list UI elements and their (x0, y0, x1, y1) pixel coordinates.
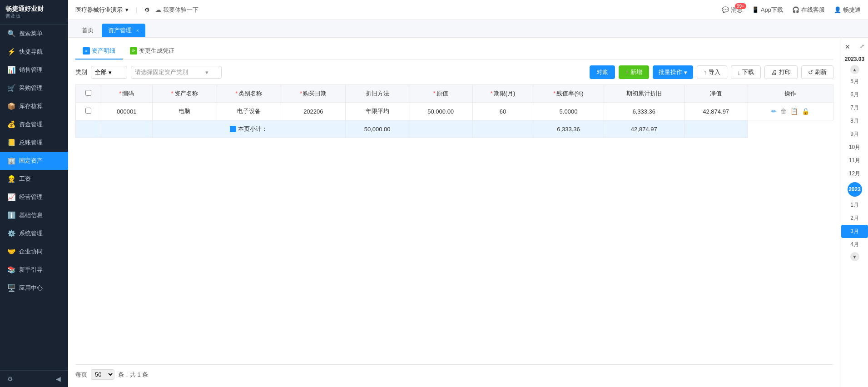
sub-tab-asset-detail[interactable]: ≡ 资产明细 (75, 43, 123, 60)
month-item-5[interactable]: 5月 (841, 75, 868, 88)
gear-settings-icon[interactable]: ⚙ (144, 6, 150, 13)
sidebar-item-search[interactable]: 🔍 搜索菜单 (0, 25, 68, 43)
sidebar-item-operations[interactable]: 📈 经营管理 (0, 188, 68, 206)
category-select-value: 全部 (95, 68, 107, 76)
sub-tabs: ≡ 资产明细 ⟳ 变更生成凭证 (75, 43, 833, 60)
import-button[interactable]: ↑ 导入 (697, 65, 727, 79)
add-button[interactable]: + 新增 (619, 65, 649, 79)
sidebar-item-sales[interactable]: 📊 销售管理 (0, 61, 68, 79)
col-original-value: *原值 (409, 85, 472, 103)
year-down-arrow[interactable]: ▼ (850, 252, 859, 261)
sidebar-item-inventory[interactable]: 📦 库存核算 (0, 97, 68, 115)
month-item-2[interactable]: 2月 (841, 212, 868, 225)
month-item-1[interactable]: 1月 (841, 198, 868, 212)
delete-icon[interactable]: 🗑 (780, 108, 787, 115)
sub-tab-label-2: 变更生成凭证 (139, 47, 174, 55)
month-item-6[interactable]: 6月 (841, 88, 868, 101)
sidebar-item-fixed-assets[interactable]: 🏢 固定资产 (0, 152, 68, 170)
month-item-11[interactable]: 11月 (841, 154, 868, 167)
filter-input-placeholder: 请选择固定资产类别 (135, 68, 188, 76)
company-selector[interactable]: 医疗器械行业演示 ▾ (75, 6, 129, 14)
fixed-assets-icon: 🏢 (7, 157, 15, 165)
home-tab-label: 首页 (82, 27, 94, 34)
app-download-btn[interactable]: 📱 App下载 (752, 6, 783, 14)
sidebar-item-purchase[interactable]: 🛒 采购管理 (0, 79, 68, 97)
main-content: 医疗器械行业演示 ▾ | ⚙ ☁ 我要体验一下 💬 消息 99+ 📱 App下载… (68, 0, 868, 387)
col-period: *期限(月) (472, 85, 533, 103)
experience-label: 我要体验一下 (163, 6, 198, 14)
sidebar-expand-icon[interactable]: ⤢ (858, 41, 866, 52)
sub-tab-voucher[interactable]: ⟳ 变更生成凭证 (123, 43, 182, 60)
lock-icon[interactable]: 🔒 (802, 108, 809, 115)
category-filter-select[interactable]: 全部 ▾ (91, 66, 127, 79)
month-item-3-current[interactable]: 3月 (841, 225, 868, 238)
enterprise-icon: 🤝 (7, 248, 15, 256)
download-button[interactable]: ↓ 下载 (731, 65, 761, 79)
rs-top-buttons: ✕ ⤢ (841, 41, 868, 54)
messages-btn[interactable]: 💬 消息 99+ (722, 6, 743, 14)
filter-category-label: 类别 (75, 68, 87, 76)
sidebar-item-guide[interactable]: 📚 新手引导 (0, 261, 68, 279)
sidebar-item-system[interactable]: ⚙️ 系统管理 (0, 224, 68, 243)
month-item-12[interactable]: 12月 (841, 167, 868, 180)
experience-btn[interactable]: ☁ 我要体验一下 (155, 6, 198, 14)
tab-asset-management[interactable]: 资产管理 × (102, 24, 145, 37)
refresh-button[interactable]: ↺ 刷新 (801, 65, 833, 79)
logo-edition: 普及版 (5, 13, 20, 20)
payroll-icon: 👷 (7, 175, 15, 183)
subtotal-row: 本页小计： 50,000.00 6,333.36 42,874.97 (76, 120, 833, 138)
col-checkbox[interactable] (76, 85, 101, 103)
year-up-arrow[interactable]: ▲ (850, 65, 859, 74)
content-area: ≡ 资产明细 ⟳ 变更生成凭证 类别 全部 ▾ 请选择固定资产类别 (68, 38, 868, 387)
sidebar-item-basic-info[interactable]: ℹ️ 基础信息 (0, 206, 68, 224)
search-icon: 🔍 (7, 30, 15, 38)
month-item-10[interactable]: 10月 (841, 141, 868, 154)
row-period: 60 (472, 103, 533, 120)
collapse-icon[interactable]: ◀ (56, 375, 61, 382)
refresh-label: 刷新 (815, 68, 827, 76)
per-page-select[interactable]: 50 100 200 (91, 369, 114, 380)
col-purchase-date: *购买日期 (281, 85, 346, 103)
select-all-checkbox[interactable] (85, 90, 91, 96)
sidebar-item-payroll[interactable]: 👷 工资 (0, 170, 68, 188)
sidebar-item-ledger[interactable]: 📒 总账管理 (0, 134, 68, 152)
row-code: 000001 (101, 103, 152, 120)
topbar: 医疗器械行业演示 ▾ | ⚙ ☁ 我要体验一下 💬 消息 99+ 📱 App下载… (68, 0, 868, 20)
tab-close-icon[interactable]: × (136, 28, 139, 33)
row-checkbox[interactable] (76, 103, 101, 120)
month-item-8[interactable]: 8月 (841, 114, 868, 128)
edit-icon[interactable]: ✏ (771, 108, 777, 115)
sidebar-item-funds[interactable]: 💰 资金管理 (0, 115, 68, 134)
month-item-4[interactable]: 4月 (841, 238, 868, 251)
online-service-btn[interactable]: 🎧 在线客服 (792, 6, 825, 14)
sidebar-close-icon[interactable]: ✕ (843, 41, 852, 52)
category-type-input[interactable]: 请选择固定资产类别 ▾ (131, 66, 222, 79)
month-item-7[interactable]: 7月 (841, 101, 868, 114)
dropdown-arrow-icon: ▾ (125, 6, 129, 13)
sidebar-item-quick-nav[interactable]: ⚡ 快捷导航 (0, 43, 68, 61)
app-download-label: App下载 (761, 6, 783, 14)
reconcile-button[interactable]: 对账 (590, 65, 615, 79)
asset-detail-tab-icon: ≡ (83, 47, 90, 55)
row-select-checkbox[interactable] (85, 108, 91, 114)
pagination: 每页 50 100 200 条，共 1 条 (75, 364, 833, 382)
sidebar-item-label: 经营管理 (19, 193, 43, 201)
add-label: + 新增 (625, 68, 642, 76)
row-name: 电脑 (152, 103, 217, 120)
subtotal-text: 本页小计： (238, 125, 268, 133)
year-2023-marker[interactable]: 2023 (848, 182, 862, 197)
user-label: 畅捷通 (843, 6, 861, 14)
subtotal-label-cell: 本页小计： (152, 120, 346, 138)
quick-nav-icon: ⚡ (7, 48, 15, 56)
copy-icon[interactable]: 📋 (790, 108, 798, 115)
tab-home[interactable]: 首页 (75, 24, 100, 37)
user-avatar-btn[interactable]: 👤 畅捷通 (834, 6, 861, 14)
batch-operation-button[interactable]: 批量操作 ▾ (653, 65, 693, 79)
print-button[interactable]: 🖨 打印 (764, 65, 798, 79)
month-item-9[interactable]: 9月 (841, 128, 868, 141)
sidebar: 畅捷通好业财 普及版 🔍 搜索菜单 ⚡ 快捷导航 📊 销售管理 🛒 采购管理 📦… (0, 0, 68, 387)
sidebar-item-enterprise[interactable]: 🤝 企业协同 (0, 243, 68, 261)
settings-icon[interactable]: ⚙ (7, 375, 13, 382)
sidebar-item-app-center[interactable]: 🖥️ 应用中心 (0, 279, 68, 297)
content-main: ≡ 资产明细 ⟳ 变更生成凭证 类别 全部 ▾ 请选择固定资产类别 (68, 38, 841, 387)
